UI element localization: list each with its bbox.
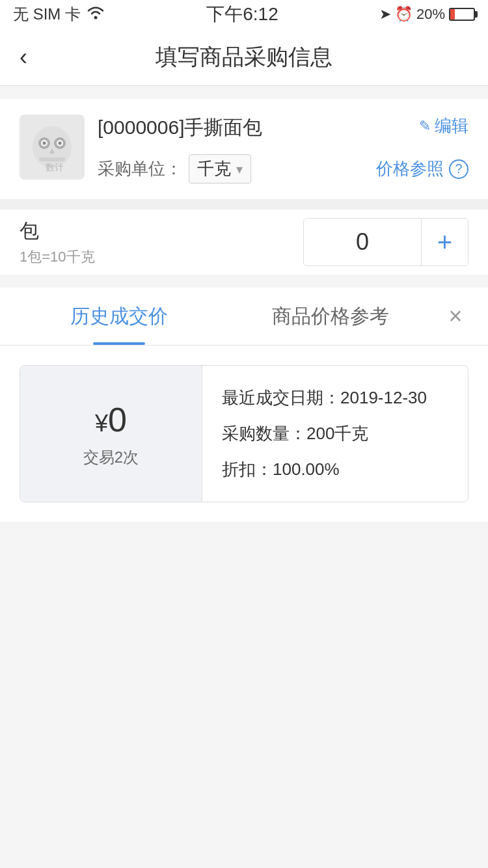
price-ref-button[interactable]: 价格参照 ? — [376, 157, 468, 180]
price-value: 0 — [108, 401, 127, 439]
unit-value: 千克 — [197, 157, 231, 180]
product-info: [0000006]手撕面包 ✎ 编辑 采购单位： 千克 ▾ 价格参照 ? — [98, 115, 468, 183]
svg-text:数计: 数计 — [46, 163, 64, 172]
tab-history-price[interactable]: 历史成交价 — [13, 288, 224, 345]
discount-label: 折扣： — [222, 459, 273, 479]
yen-symbol: ¥ — [95, 410, 108, 437]
quantity-left: 包 1包=10千克 — [20, 218, 95, 267]
product-thumbnail: 数计 — [20, 115, 85, 180]
edit-label: 编辑 — [435, 115, 468, 137]
tab-product-price-ref[interactable]: 商品价格参考 — [224, 288, 436, 345]
product-top: 数计 [0000006]手撕面包 ✎ 编辑 采购单位： 千克 ▾ — [20, 115, 468, 183]
tab-close-button[interactable]: × — [436, 297, 475, 336]
product-name: [0000006]手撕面包 — [98, 115, 262, 141]
quantity-control: + — [303, 218, 468, 266]
nav-bar: ‹ 填写商品采购信息 — [0, 29, 488, 86]
product-title-row: [0000006]手撕面包 ✎ 编辑 — [98, 115, 468, 141]
price-ref-label: 价格参照 — [376, 157, 444, 180]
carrier-label: 无 SIM 卡 — [13, 4, 81, 25]
unit-label: 采购单位： — [98, 157, 182, 180]
discount-row: 折扣：100.00% — [222, 457, 448, 482]
battery-icon — [449, 8, 475, 21]
tab-active-indicator — [93, 342, 145, 345]
history-price-amount: ¥0 — [95, 400, 127, 439]
svg-point-6 — [43, 142, 46, 145]
tab-price-ref-label: 商品价格参考 — [272, 303, 389, 330]
purchase-qty-row: 采购数量：200千克 — [222, 421, 448, 446]
status-bar: 无 SIM 卡 下午6:12 ➤ ⏰ 20% — [0, 0, 488, 29]
edit-icon: ✎ — [419, 118, 431, 135]
alarm-icon: ⏰ — [395, 6, 413, 23]
recent-date-value: 2019-12-30 — [340, 388, 427, 407]
product-card: 数计 [0000006]手撕面包 ✎ 编辑 采购单位： 千克 ▾ — [0, 99, 488, 199]
status-left: 无 SIM 卡 — [13, 4, 105, 25]
transaction-count: 交易2次 — [83, 447, 139, 468]
edit-button[interactable]: ✎ 编辑 — [419, 115, 468, 137]
recent-date-row: 最近成交日期：2019-12-30 — [222, 385, 448, 411]
discount-value: 100.00% — [273, 459, 340, 479]
divider-1 — [0, 199, 488, 210]
status-right: ➤ ⏰ 20% — [379, 6, 475, 23]
time-label: 下午6:12 — [206, 2, 278, 27]
svg-point-1 — [33, 126, 72, 168]
tabs-header: 历史成交价 商品价格参考 × — [0, 288, 488, 346]
location-icon: ➤ — [379, 6, 391, 23]
battery-percent: 20% — [416, 6, 445, 23]
purchase-qty-value: 200千克 — [306, 424, 368, 443]
quantity-row: 包 1包=10千克 + — [0, 210, 488, 275]
purchase-qty-label: 采购数量： — [222, 424, 306, 443]
quantity-unit-label: 包 — [20, 218, 95, 245]
page-title: 填写商品采购信息 — [156, 42, 332, 72]
unit-dropdown-arrow: ▾ — [236, 161, 243, 177]
unit-select[interactable]: 千克 ▾ — [189, 154, 251, 183]
history-price-left: ¥0 交易2次 — [20, 366, 202, 502]
unit-row: 采购单位： 千克 ▾ 价格参照 ? — [98, 154, 468, 183]
quantity-input[interactable] — [304, 219, 421, 265]
wifi-icon — [86, 5, 105, 23]
recent-date-label: 最近成交日期： — [222, 388, 340, 407]
tab-content: ¥0 交易2次 最近成交日期：2019-12-30 采购数量：200千克 折扣：… — [0, 346, 488, 522]
quantity-conversion: 1包=10千克 — [20, 247, 95, 267]
back-button[interactable]: ‹ — [0, 44, 47, 71]
tab-history-label: 历史成交价 — [70, 303, 168, 330]
quantity-plus-button[interactable]: + — [421, 219, 468, 265]
question-icon: ? — [449, 159, 468, 179]
svg-point-7 — [59, 142, 62, 145]
history-price-card: ¥0 交易2次 最近成交日期：2019-12-30 采购数量：200千克 折扣：… — [20, 365, 468, 502]
svg-point-0 — [94, 16, 98, 20]
history-details: 最近成交日期：2019-12-30 采购数量：200千克 折扣：100.00% — [202, 366, 468, 502]
svg-rect-9 — [39, 157, 65, 161]
tabs-panel: 历史成交价 商品价格参考 × ¥0 交易2次 最近成交日期：2019-12-30… — [0, 288, 488, 522]
